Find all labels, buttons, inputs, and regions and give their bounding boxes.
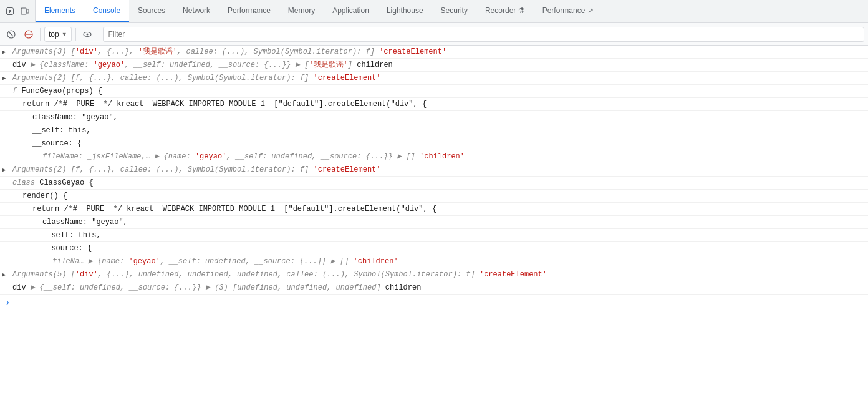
eye-button[interactable]	[80, 27, 95, 42]
console-text: __self: this,	[42, 230, 101, 241]
devtools-icons	[0, 0, 36, 22]
tab-security[interactable]: Security	[432, 0, 476, 22]
tab-memory[interactable]: Memory	[279, 0, 324, 22]
console-row: className: "geyao",	[0, 216, 868, 229]
prompt-icon: ›	[5, 297, 10, 308]
tab-application[interactable]: Application	[324, 0, 378, 22]
context-selector[interactable]: top ▼	[44, 27, 72, 42]
console-row: fileNa… ▶ {name: 'geyao', __self: undefi…	[0, 255, 868, 268]
console-row: return /*#__PURE__*/_kreact__WEBPACK_IMP…	[0, 98, 868, 111]
console-text: render() {	[22, 190, 67, 202]
console-row: Arguments(3) ['div', {...}, '我是歌谣', call…	[0, 46, 868, 59]
console-text: return /*#__PURE__*/_kreact__WEBPACK_IMP…	[22, 99, 427, 110]
console-text: div ▶ {__self: undefined, __source: {...…	[12, 282, 421, 293]
inspect-icon[interactable]	[4, 5, 16, 17]
tab-lighthouse[interactable]: Lighthouse	[378, 0, 432, 22]
svg-line-3	[9, 32, 13, 36]
console-row: Arguments(5) ['div', {...}, undefined, u…	[0, 268, 868, 281]
console-text: className: "geyao",	[32, 112, 118, 123]
console-text: class ClassGeyao {	[12, 177, 94, 188]
console-row: className: "geyao",	[0, 111, 868, 124]
device-toggle-icon[interactable]	[19, 5, 31, 17]
console-row: div ▶ {__self: undefined, __source: {...…	[0, 281, 868, 295]
tab-performance2[interactable]: Performance ↗	[534, 0, 602, 22]
expand-arrow[interactable]	[2, 47, 6, 58]
block-icon	[24, 30, 33, 39]
console-text: return /*#__PURE__*/_kreact__WEBPACK_IMP…	[32, 203, 436, 215]
console-row: div ▶ {className: 'geyao', __self: undef…	[0, 59, 868, 72]
tab-elements[interactable]: Elements	[36, 0, 84, 22]
console-toolbar: top ▼	[0, 23, 868, 46]
tab-sources[interactable]: Sources	[129, 0, 174, 22]
console-row: __self: this,	[0, 229, 868, 242]
console-row: return /*#__PURE__*/_kreact__WEBPACK_IMP…	[0, 203, 868, 216]
console-row: class ClassGeyao {	[0, 177, 868, 190]
clear-icon	[7, 30, 16, 39]
separator1	[40, 28, 41, 41]
block-button[interactable]	[21, 27, 36, 42]
context-dropdown-arrow: ▼	[62, 31, 67, 37]
console-prompt-row: ›	[0, 295, 868, 311]
expand-arrow[interactable]	[2, 165, 6, 176]
filter-input[interactable]	[103, 27, 864, 42]
console-text: className: "geyao",	[42, 217, 128, 228]
console-row: Arguments(2) [f, {...}, callee: (...), S…	[0, 163, 868, 177]
console-text: Arguments(3) ['div', {...}, '我是歌谣', call…	[12, 46, 446, 57]
tab-recorder[interactable]: Recorder ⚗	[476, 0, 534, 22]
expand-arrow[interactable]	[2, 270, 6, 281]
svg-rect-0	[21, 8, 26, 14]
expand-arrow[interactable]	[2, 73, 6, 84]
console-text: fileNa… ▶ {name: 'geyao', __self: undefi…	[52, 256, 398, 267]
console-row: Arguments(2) [f, {...}, callee: (...), S…	[0, 72, 868, 85]
console-text: __source: {	[42, 243, 92, 254]
svg-rect-1	[27, 9, 29, 13]
console-row: render() {	[0, 190, 868, 203]
clear-console-button[interactable]	[4, 27, 19, 42]
svg-point-7	[86, 33, 88, 35]
console-text: fileName: _jsxFileName,… ▶ {name: 'geyao…	[42, 151, 465, 162]
console-text: Arguments(2) [f, {...}, callee: (...), S…	[12, 164, 381, 175]
tab-performance[interactable]: Performance	[219, 0, 279, 22]
console-row: f FuncGeyao(props) {	[0, 85, 868, 98]
separator2	[75, 28, 76, 41]
console-row: fileName: _jsxFileName,… ▶ {name: 'geyao…	[0, 150, 868, 163]
tab-console[interactable]: Console	[84, 0, 129, 22]
console-text: Arguments(5) ['div', {...}, undefined, u…	[12, 269, 547, 280]
separator3	[99, 28, 99, 41]
eye-icon	[83, 30, 92, 39]
console-text: div ▶ {className: 'geyao', __self: undef…	[12, 59, 393, 71]
console-text: f FuncGeyao(props) {	[12, 85, 102, 97]
console-input[interactable]	[14, 298, 866, 307]
console-row: __source: {	[0, 242, 868, 255]
console-text: Arguments(2) [f, {...}, callee: (...), S…	[12, 72, 381, 84]
console-text: __self: this,	[32, 125, 91, 136]
console-text: __source: {	[32, 138, 82, 149]
console-output: Arguments(3) ['div', {...}, '我是歌谣', call…	[0, 46, 868, 395]
console-row: __source: {	[0, 137, 868, 150]
tab-network[interactable]: Network	[174, 0, 219, 22]
console-row: __self: this,	[0, 124, 868, 137]
context-value: top	[49, 30, 59, 39]
tab-bar: Elements Console Sources Network Perform…	[0, 0, 868, 23]
